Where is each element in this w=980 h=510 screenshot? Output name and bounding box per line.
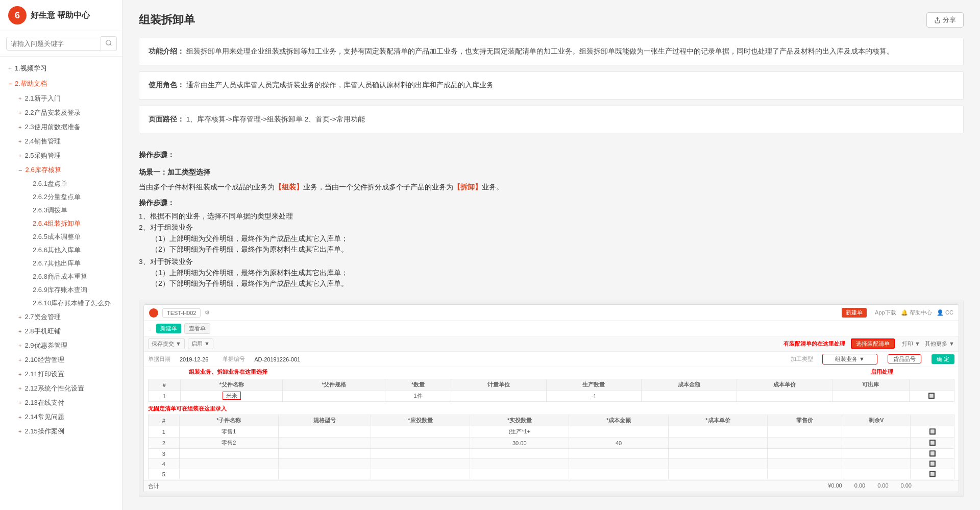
svg-line-1	[110, 44, 112, 46]
annotation-nofixed: 无固定清单可在组装在这里录入	[144, 404, 959, 414]
lower-data-table: # *子件名称 规格型号 *应投数量 *实投数量 *成本金额 *成本单价 零售价…	[148, 415, 954, 479]
sidebar: 6 好生意 帮助中心 + 1.视频学习 − 2.帮助文档 + 2.1新手入门	[0, 0, 122, 510]
sidebar-item-label: 2.帮助文档	[15, 79, 47, 88]
sidebar-item-video[interactable]: + 1.视频学习	[0, 61, 122, 76]
sidebar-item-print[interactable]: + 2.11打印设置	[12, 367, 122, 381]
mock-type-select: 组装业务 ▼	[822, 354, 877, 365]
table-row: 5 🔲	[149, 469, 954, 479]
sidebar-item-sales[interactable]: + 2.4销售管理	[12, 134, 122, 149]
logo-bar: 6 好生意 帮助中心	[0, 0, 122, 31]
sidebar-item-finance[interactable]: + 2.7资金管理	[12, 310, 122, 324]
screenshot-inner: TEST-H002 ⚙ 新建单 App下载 🔔 帮助中心 👤 CC ≡ 新建单 …	[139, 300, 963, 496]
table-row: 1 米米 1件 -1 🔲	[149, 391, 954, 402]
sidebar-item-customize[interactable]: + 2.12系统个性化设置	[12, 381, 122, 396]
path-card: 页面路径： 1、库存核算->库存管理->组装拆卸单 2、首页->常用功能	[139, 106, 964, 133]
mock-tab-new: 新建单	[156, 324, 181, 333]
role-label: 使用角色：	[149, 81, 184, 89]
sidebar-item-cases[interactable]: + 2.15操作案例	[12, 424, 122, 439]
search-bar	[0, 31, 122, 57]
share-button[interactable]: 分享	[926, 12, 964, 28]
sidebar-item-assembly[interactable]: 2.6.4组装拆卸单	[18, 217, 122, 230]
table-row: 3 🔲	[149, 449, 954, 459]
annotation-hasbom: 有装配清单的在这里处理	[783, 341, 845, 347]
step2-sub1: （1）上部明细为父件明细，最终作为产成品生成其它入库单；	[151, 234, 964, 244]
sidebar-item-inv-book[interactable]: 2.6.9库存账本查询	[18, 283, 122, 297]
sidebar-item-coupon[interactable]: + 2.9优惠券管理	[12, 338, 122, 353]
annotation-enable: 启用处理	[871, 368, 893, 376]
scene1-desc: 当由多个子件材料组装成一个成品的业务为【组装】业务，当由一个父件拆分成多个子产品…	[139, 181, 964, 193]
page-title: 组装拆卸单	[139, 12, 195, 28]
sidebar-item-newbie[interactable]: + 2.1新手入门	[12, 91, 122, 106]
table-row: 2 零售2 30.00 40 🔲	[149, 438, 954, 449]
sidebar-item-label: 1.视频学习	[15, 64, 47, 73]
sidebar-item-helpdocs[interactable]: − 2.帮助文档	[0, 76, 122, 91]
sidebar-item-faq[interactable]: + 2.14常见问题	[12, 410, 122, 424]
expand-icon: +	[8, 65, 12, 72]
nav-children-helpdocs: + 2.1新手入门 + 2.2产品安装及登录 + 2.3使用前数据准备 + 2.…	[0, 91, 122, 439]
step3-title: 3、对于拆装业务	[139, 257, 964, 266]
step2-sub2: （2）下部明细为子件明细，最终作为原材料生成其它出库单。	[151, 245, 964, 254]
mock-process-area: 货品品号	[888, 355, 921, 363]
mock-create-btn: 新建单	[842, 308, 867, 318]
mock-app-select: TEST-H002	[162, 308, 201, 318]
mock-confirm-btn: 确 定	[932, 354, 954, 364]
role-text: 通常由生产人员或库管人员完成折装业务的操作，库管人员确认原材料的出库和产成品的入…	[186, 81, 494, 89]
sidebar-item-stocktake[interactable]: 2.6.1盘点单	[18, 177, 122, 190]
annotation-assembly: 组装业务、拆卸业务在这里选择	[189, 368, 267, 376]
step1: 1、根据不同的业务，选择不同单据的类型来处理	[139, 212, 964, 221]
sidebar-item-partstake[interactable]: 2.6.2分量盘点单	[18, 190, 122, 204]
sidebar-item-install[interactable]: + 2.2产品安装及登录	[12, 106, 122, 120]
sidebar-item-other-in[interactable]: 2.6.6其他入库单	[18, 244, 122, 257]
sidebar-item-costadj[interactable]: 2.6.5成本调整单	[18, 230, 122, 244]
mock-field-row: 单据日期 2019-12-26 单据编号 AD-20191226-001 加工类…	[144, 352, 959, 367]
intro-label: 功能介绍：	[149, 47, 184, 55]
upper-data-table: # *父件名称 *父件规格 *数量 计量单位 生产数量 成本金额 成本单价 可出…	[148, 379, 954, 402]
logo-icon: 6	[8, 6, 27, 25]
step2-list: （1）上部明细为父件明细，最终作为产成品生成其它入库单； （2）下部明细为子件明…	[139, 234, 964, 254]
mock-logo	[149, 308, 158, 318]
sidebar-item-dataprep[interactable]: + 2.3使用前数据准备	[12, 120, 122, 134]
nav-tree: + 1.视频学习 − 2.帮助文档 + 2.1新手入门 + 2.2产品安装及登录…	[0, 57, 122, 510]
step3-sub1: （1）上部明细为父件明细，最终作为原材料生成其它出库单；	[151, 269, 964, 278]
search-input[interactable]	[6, 37, 101, 51]
scene1-title: 场景一：加工类型选择	[139, 168, 964, 177]
table-row: 1 零售1 (生产*1+ 🔲	[149, 426, 954, 438]
mock-lower-table: # *子件名称 规格型号 *应投数量 *实投数量 *成本金额 *成本单价 零售价…	[144, 414, 959, 480]
sidebar-item-ops[interactable]: + 2.10经营管理	[12, 353, 122, 367]
main-content: 组装拆卸单 分享 功能介绍： 组装拆卸单用来处理企业组装或拆卸等加工业务，支持有…	[122, 0, 980, 510]
sidebar-item-cost-recalc[interactable]: 2.6.8商品成本重算	[18, 270, 122, 283]
path-label: 页面路径：	[149, 115, 184, 123]
sidebar-item-mobile[interactable]: + 2.8手机旺铺	[12, 324, 122, 338]
mock-tab-view: 查看单	[184, 323, 210, 334]
steps-section: 操作步骤： 场景一：加工类型选择 当由多个子件材料组装成一个成品的业务为【组装】…	[139, 139, 964, 294]
mock-upper-table: # *父件名称 *父件规格 *数量 计量单位 生产数量 成本金额 成本单价 可出…	[144, 377, 959, 404]
svg-point-0	[106, 40, 111, 45]
search-button[interactable]	[101, 36, 117, 51]
logo-title: 好生意 帮助中心	[31, 10, 90, 21]
steps-sub-title: 操作步骤：	[139, 199, 964, 208]
collapse-icon: −	[8, 80, 12, 87]
step3-list: （1）上部明细为父件明细，最终作为原材料生成其它出库单； （2）下部明细为子件明…	[139, 269, 964, 288]
step3-sub2: （2）下部明细为子件明细，最终作为产成品生成其它入库单。	[151, 279, 964, 288]
mock-tabs: ≡ 新建单 查看单	[143, 321, 959, 336]
mock-app-bar: TEST-H002 ⚙ 新建单 App下载 🔔 帮助中心 👤 CC	[143, 304, 959, 321]
sidebar-item-inventory[interactable]: − 2.6库存核算	[12, 163, 122, 177]
role-card: 使用角色： 通常由生产人员或库管人员完成折装业务的操作，库管人员确认原材料的出库…	[139, 71, 964, 99]
steps-title: 操作步骤：	[139, 151, 964, 160]
sidebar-item-payment[interactable]: + 2.13在线支付	[12, 396, 122, 410]
page-header: 组装拆卸单 分享	[139, 12, 964, 28]
path-text: 1、库存核算->库存管理->组装拆卸单 2、首页->常用功能	[186, 115, 365, 123]
screenshot-container: TEST-H002 ⚙ 新建单 App下载 🔔 帮助中心 👤 CC ≡ 新建单 …	[139, 300, 964, 497]
intro-card: 功能介绍： 组装拆卸单用来处理企业组装或拆卸等加工业务，支持有固定装配清单的产品…	[139, 38, 964, 65]
mock-bom-btn: 选择装配清单	[851, 338, 895, 349]
mock-footer: 合计 ¥0.00 0.00 0.00 0.00	[144, 480, 959, 492]
intro-text: 组装拆卸单用来处理企业组装或拆卸等加工业务，支持有固定装配清单的产品加工业务，也…	[186, 47, 894, 55]
table-row: 4 🔲	[149, 459, 954, 469]
nav-subchildren-inventory: 2.6.1盘点单 2.6.2分量盘点单 2.6.3调拨单 2.6.4组装拆卸单 …	[12, 177, 122, 310]
sidebar-item-transfer[interactable]: 2.6.3调拨单	[18, 204, 122, 217]
sidebar-item-purchase[interactable]: + 2.5采购管理	[12, 149, 122, 163]
step2-title: 2、对于组装业务	[139, 223, 964, 232]
sidebar-item-inv-error[interactable]: 2.6.10库存账本错了怎么办	[18, 297, 122, 310]
sidebar-item-other-out[interactable]: 2.6.7其他出库单	[18, 257, 122, 270]
mock-main-content: 保存提交 ▼ 启用 ▼ 有装配清单的在这里处理 选择装配清单 打印 ▼ 其他更多…	[143, 336, 959, 492]
